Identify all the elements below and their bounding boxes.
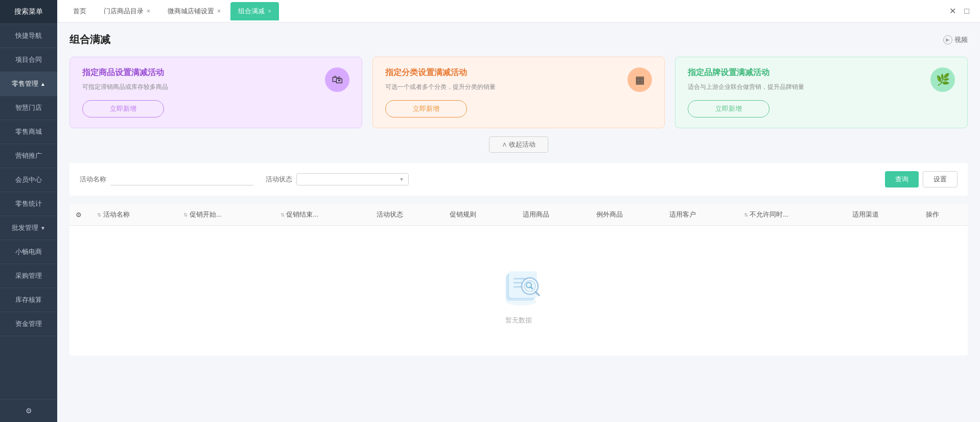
- collapse-bar: ∧ 收起活动: [69, 136, 968, 153]
- th-promo-end-sort-icon: ⇅: [281, 212, 285, 218]
- th-promo-start[interactable]: ⇅ 促销开始...: [176, 204, 273, 226]
- sidebar-item-marketing[interactable]: 营销推广: [0, 144, 57, 168]
- table-header-row: ⚙ ⇅ 活动名称 ⇅ 促销开始... ⇅ 促销结束...: [69, 204, 968, 226]
- tab-wechat-store-close[interactable]: ×: [217, 8, 221, 15]
- th-promo-rule: 促销规则: [444, 204, 517, 226]
- promo-card-category-title: 指定分类设置满减活动: [385, 67, 652, 78]
- promo-card-brand-desc: 适合与上游企业联合做营销，提升品牌销量: [688, 82, 955, 92]
- promo-card-product-title: 指定商品设置满减活动: [82, 67, 349, 78]
- search-bar: 活动名称 活动状态 ▾ 查询 设置: [69, 163, 968, 196]
- search-actions: 查询 设置: [885, 171, 958, 187]
- play-icon: ▶: [943, 35, 952, 44]
- sidebar-item-label: 批发管理: [12, 223, 38, 232]
- promo-card-category-btn[interactable]: 立即新增: [385, 100, 467, 118]
- settings-button[interactable]: 设置: [923, 171, 958, 187]
- promo-card-category-icon: ▦: [627, 67, 652, 92]
- th-applicable-goods: 适用商品: [517, 204, 590, 226]
- tab-bar: 首页 门店商品目录 × 微商城店铺设置 × 组合满减 × ✕ □: [57, 0, 980, 22]
- tab-bar-right: ✕ □: [947, 6, 972, 16]
- empty-state: 暂无数据: [69, 226, 968, 356]
- th-promo-start-sort-icon: ⇅: [183, 212, 188, 218]
- tab-home[interactable]: 首页: [65, 2, 94, 20]
- sidebar-item-label: 零售管理: [12, 79, 38, 88]
- activity-name-input[interactable]: [110, 173, 253, 185]
- promo-card-category-desc: 可选一个或者多个分类，提升分类的销量: [385, 82, 652, 92]
- svg-point-8: [524, 280, 535, 292]
- promo-card-product: 🛍 指定商品设置满减活动 可指定滞销商品或库存较多商品 立即新增: [69, 57, 362, 128]
- promo-card-brand-title: 指定品牌设置满减活动: [688, 67, 955, 78]
- close-button[interactable]: ✕: [947, 6, 958, 16]
- activity-name-field: 活动名称: [80, 173, 253, 185]
- sidebar-item-quick-nav[interactable]: 快捷导航: [0, 24, 57, 48]
- sidebar-item-wholesale-management[interactable]: 批发管理 ▼: [0, 216, 57, 240]
- sidebar-item-retail-management[interactable]: 零售管理 ▲: [0, 72, 57, 96]
- sidebar-settings[interactable]: ⚙: [0, 399, 57, 422]
- tab-combo-discount-label: 组合满减: [238, 7, 265, 16]
- promo-card-product-btn[interactable]: 立即新增: [82, 100, 164, 118]
- video-label: 视频: [954, 35, 968, 44]
- tab-combo-discount-close[interactable]: ×: [268, 8, 271, 15]
- chevron-down-icon: ▾: [400, 176, 403, 183]
- page-title: 组合满减: [69, 33, 110, 46]
- data-table: ⚙ ⇅ 活动名称 ⇅ 促销开始... ⇅ 促销结束...: [69, 204, 968, 226]
- sidebar-item-member-center[interactable]: 会员中心: [0, 168, 57, 192]
- th-applicable-customers: 适用客户: [663, 204, 736, 226]
- th-activity-name-sort-icon: ⇅: [97, 212, 101, 218]
- th-gear[interactable]: ⚙: [69, 204, 90, 226]
- th-no-concurrent[interactable]: ⇅ 不允许同时...: [737, 204, 846, 226]
- activity-name-label: 活动名称: [80, 175, 106, 184]
- th-exception-goods: 例外商品: [590, 204, 663, 226]
- promo-cards-section: 🛍 指定商品设置满减活动 可指定滞销商品或库存较多商品 立即新增 ▦ 指定分类设…: [69, 57, 968, 128]
- promo-card-brand: 🌿 指定品牌设置满减活动 适合与上游企业联合做营销，提升品牌销量 立即新增: [675, 57, 968, 128]
- tab-combo-discount[interactable]: 组合满减 ×: [230, 2, 279, 20]
- th-activity-status: 活动状态: [370, 204, 444, 226]
- video-link[interactable]: ▶ 视频: [943, 35, 968, 44]
- tab-home-label: 首页: [73, 7, 86, 16]
- sidebar-item-funds-management[interactable]: 资金管理: [0, 312, 57, 336]
- activity-status-field: 活动状态 ▾: [266, 173, 409, 185]
- promo-card-product-desc: 可指定滞销商品或库存较多商品: [82, 82, 349, 92]
- activity-status-label: 活动状态: [266, 175, 292, 184]
- activity-status-select[interactable]: ▾: [296, 173, 409, 185]
- th-activity-name[interactable]: ⇅ 活动名称: [90, 204, 176, 226]
- tab-store-catalog-close[interactable]: ×: [147, 8, 150, 15]
- sidebar: 搜索菜单 快捷导航 项目合同 零售管理 ▲ 智慧门店 零售商城 营销推广 会员中…: [0, 0, 57, 422]
- th-promo-end[interactable]: ⇅ 促销结束...: [273, 204, 370, 226]
- sidebar-search[interactable]: 搜索菜单: [0, 0, 57, 24]
- promo-card-brand-btn[interactable]: 立即新增: [688, 100, 769, 118]
- sidebar-item-project-contract[interactable]: 项目合同: [0, 48, 57, 72]
- promo-card-category: ▦ 指定分类设置满减活动 可选一个或者多个分类，提升分类的销量 立即新增: [372, 57, 665, 128]
- table-section: ⚙ ⇅ 活动名称 ⇅ 促销开始... ⇅ 促销结束...: [69, 204, 968, 356]
- promo-card-product-icon: 🛍: [325, 67, 349, 92]
- sidebar-item-inventory-accounting[interactable]: 库存核算: [0, 288, 57, 312]
- empty-text: 暂无数据: [505, 316, 532, 325]
- sidebar-item-retail-stats[interactable]: 零售统计: [0, 192, 57, 216]
- th-actions: 操作: [920, 204, 968, 226]
- sidebar-item-smart-store[interactable]: 智慧门店: [0, 96, 57, 120]
- minimize-button[interactable]: □: [962, 6, 972, 16]
- tab-wechat-store-label: 微商城店铺设置: [168, 7, 214, 16]
- main-area: 首页 门店商品目录 × 微商城店铺设置 × 组合满减 × ✕ □ 组合满减 ▶ …: [57, 0, 980, 422]
- page-header: 组合满减 ▶ 视频: [69, 33, 968, 46]
- th-applicable-channels: 适用渠道: [846, 204, 919, 226]
- tab-store-catalog-label: 门店商品目录: [104, 7, 144, 16]
- promo-card-brand-icon: 🌿: [930, 67, 955, 92]
- empty-illustration: [493, 256, 544, 308]
- tab-wechat-store[interactable]: 微商城店铺设置 ×: [160, 2, 228, 20]
- sidebar-item-xiaochang-ecommerce[interactable]: 小畅电商: [0, 240, 57, 264]
- page-content: 组合满减 ▶ 视频 🛍 指定商品设置满减活动 可指定滞销商品或库存较多商品 立即…: [57, 22, 980, 422]
- tab-store-catalog[interactable]: 门店商品目录 ×: [96, 2, 158, 20]
- th-no-concurrent-sort-icon: ⇅: [744, 212, 748, 218]
- chevron-down-icon: ▼: [40, 225, 45, 231]
- chevron-up-icon: ▲: [40, 81, 45, 87]
- sidebar-item-purchase-management[interactable]: 采购管理: [0, 264, 57, 288]
- query-button[interactable]: 查询: [885, 171, 919, 187]
- collapse-btn[interactable]: ∧ 收起活动: [489, 136, 549, 153]
- sidebar-item-retail-mall[interactable]: 零售商城: [0, 120, 57, 144]
